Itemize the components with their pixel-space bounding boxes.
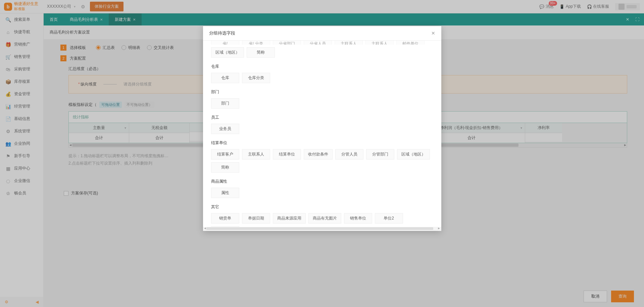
field-button[interactable]: 邮件单位	[396, 41, 425, 45]
field-button[interactable]: 结算客户	[211, 149, 239, 160]
field-row: 销货单 单据日期 商品来源应用 商品有无图片 销售单位 单位2 主计量	[211, 213, 433, 227]
modal-overlay: 分组待选字段 ✕ 省/ 省/ 分类 分省部门 分省人员 主联系人 主联系人 邮件…	[0, 0, 644, 307]
group-title-dept: 部门	[211, 89, 433, 95]
field-button[interactable]: 单据日期	[242, 213, 270, 224]
modal-header: 分组待选字段 ✕	[203, 26, 441, 41]
field-button[interactable]: 商品有无图片	[308, 213, 341, 224]
field-button[interactable]: 销售单位	[344, 213, 372, 224]
field-row: 业务员	[211, 124, 433, 134]
field-row: 部门	[211, 98, 433, 109]
field-button[interactable]: 结算单位	[273, 149, 301, 160]
field-button[interactable]: 部门	[211, 98, 239, 109]
field-button[interactable]: 主联系人	[335, 41, 363, 45]
field-button[interactable]: 销货单	[211, 213, 239, 224]
group-field-modal: 分组待选字段 ✕ 省/ 省/ 分类 分省部门 分省人员 主联系人 主联系人 邮件…	[203, 26, 441, 231]
field-button[interactable]: 仓库	[211, 73, 239, 83]
field-row-top: 省/ 省/ 分类 分省部门 分省人员 主联系人 主联系人 邮件单位	[211, 41, 433, 45]
field-button[interactable]: 区域（地区）	[211, 47, 244, 58]
modal-scroll-area[interactable]: 省/ 省/ 分类 分省部门 分省人员 主联系人 主联系人 邮件单位 区域（地区）…	[203, 41, 441, 227]
field-row: 属性	[211, 188, 433, 198]
modal-body: 省/ 省/ 分类 分省部门 分省人员 主联系人 主联系人 邮件单位 区域（地区）…	[203, 41, 441, 231]
field-row: 仓库 仓库分类	[211, 73, 433, 83]
group-title-other: 其它	[211, 204, 433, 210]
field-row: 简称	[211, 162, 433, 173]
field-button[interactable]: 商品来源应用	[273, 213, 306, 224]
scrollbar-thumb[interactable]	[206, 227, 433, 230]
field-button[interactable]: 简称	[247, 47, 275, 58]
field-button[interactable]: 业务员	[211, 124, 239, 134]
group-title-attr: 商品属性	[211, 179, 433, 184]
field-row: 结算客户 主联系人 结算单位 收付款条件 分管人员 分管部门 区域（地区）	[211, 149, 433, 160]
field-button[interactable]: 简称	[211, 162, 239, 173]
scroll-right-icon[interactable]: ►	[438, 227, 441, 230]
field-button[interactable]: 分省人员	[304, 41, 332, 45]
group-title-settle: 结算单位	[211, 140, 433, 146]
field-button[interactable]: 分省部门	[273, 41, 301, 45]
field-button[interactable]: 收付款条件	[304, 149, 333, 160]
field-button[interactable]: 分管人员	[335, 149, 363, 160]
group-title-emp: 员工	[211, 115, 433, 120]
field-button[interactable]: 主联系人	[365, 41, 394, 45]
modal-horizontal-scrollbar[interactable]: ◄ ►	[203, 227, 441, 231]
field-button[interactable]: 单位2	[375, 213, 403, 224]
field-row-top2: 区域（地区） 简称	[211, 47, 433, 58]
group-title-warehouse: 仓库	[211, 64, 433, 69]
field-button[interactable]: 分管部门	[366, 149, 394, 160]
field-button[interactable]: 省/	[211, 41, 239, 45]
close-icon[interactable]: ✕	[431, 30, 435, 36]
field-button[interactable]: 仓库分类	[242, 73, 270, 83]
field-button[interactable]: 省/ 分类	[242, 41, 270, 45]
modal-title: 分组待选字段	[209, 30, 235, 36]
field-button[interactable]: 主联系人	[242, 149, 270, 160]
field-button[interactable]: 区域（地区）	[397, 149, 430, 160]
field-button[interactable]: 属性	[211, 188, 239, 198]
